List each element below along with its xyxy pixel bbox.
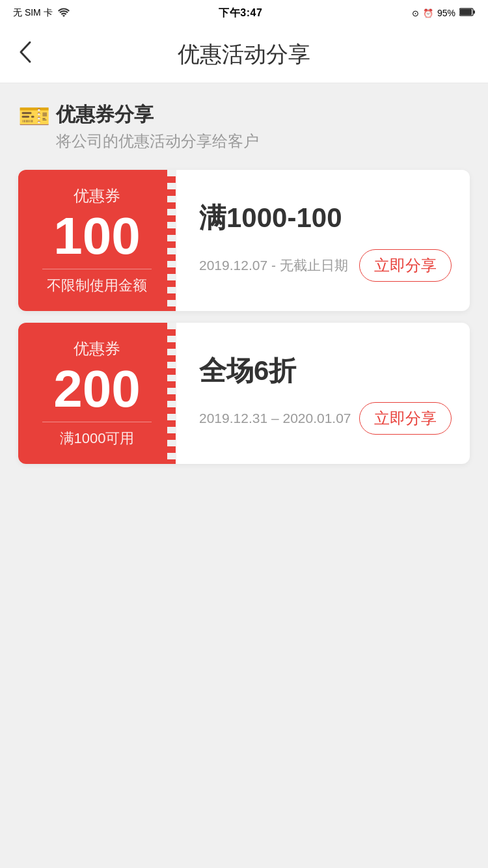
section-header: 🎫 优惠券分享 将公司的优惠活动分享给客户	[0, 83, 488, 161]
battery-icon	[459, 8, 475, 18]
coupon-meta-2: 2019.12.31 – 2020.01.07 立即分享	[199, 402, 452, 435]
wifi-icon	[58, 8, 70, 19]
section-text-block: 优惠券分享 将公司的优惠活动分享给客户	[56, 102, 259, 152]
coupon-meta-1: 2019.12.07 - 无截止日期 立即分享	[199, 249, 452, 282]
battery-text: 95%	[437, 8, 455, 18]
coupon-title-2: 全场6折	[199, 353, 452, 389]
section-subtext: 将公司的优惠活动分享给客户	[56, 131, 259, 152]
coupon-list: 优惠券 100 不限制使用金额 满1000-100 2019.12.07 - 无…	[0, 161, 488, 482]
page-title: 优惠活动分享	[178, 40, 310, 70]
location-icon: ⊙	[412, 8, 419, 18]
coupon-amount-2: 200	[53, 363, 140, 415]
coupon-left-1: 优惠券 100 不限制使用金额	[18, 170, 176, 311]
alarm-icon: ⏰	[423, 8, 433, 18]
coupon-card-1: 优惠券 100 不限制使用金额 满1000-100 2019.12.07 - 无…	[18, 170, 470, 311]
nav-bar: 优惠活动分享	[0, 26, 488, 83]
section-heading: 优惠券分享	[56, 102, 259, 128]
coupon-section-icon: 🎫	[18, 102, 47, 130]
status-bar: 无 SIM 卡 下午3:47 ⊙ ⏰ 95%	[0, 0, 488, 26]
back-button[interactable]	[18, 40, 33, 69]
coupon-right-2: 全场6折 2019.12.31 – 2020.01.07 立即分享	[176, 323, 470, 464]
coupon-title-1: 满1000-100	[199, 200, 452, 236]
coupon-card-2: 优惠券 200 满1000可用 全场6折 2019.12.31 – 2020.0…	[18, 323, 470, 464]
svg-rect-1	[473, 10, 475, 14]
bottom-area	[0, 482, 488, 847]
share-button-1[interactable]: 立即分享	[359, 249, 452, 282]
coupon-condition-2: 满1000可用	[60, 429, 135, 448]
share-button-2[interactable]: 立即分享	[359, 402, 452, 435]
coupon-right-1: 满1000-100 2019.12.07 - 无截止日期 立即分享	[176, 170, 470, 311]
svg-rect-2	[460, 9, 472, 15]
coupon-date-1: 2019.12.07 - 无截止日期	[199, 256, 348, 275]
coupon-condition-1: 不限制使用金额	[47, 276, 147, 295]
coupon-divider-2	[42, 422, 152, 422]
status-left: 无 SIM 卡	[13, 7, 70, 19]
coupon-label-1: 优惠券	[74, 185, 120, 206]
coupon-left-2: 优惠券 200 满1000可用	[18, 323, 176, 464]
coupon-amount-1: 100	[53, 210, 140, 262]
coupon-date-2: 2019.12.31 – 2020.01.07	[199, 411, 351, 426]
status-right: ⊙ ⏰ 95%	[412, 8, 475, 18]
time-display: 下午3:47	[219, 7, 262, 20]
coupon-divider-1	[42, 269, 152, 269]
coupon-label-2: 优惠券	[74, 338, 120, 359]
carrier-text: 无 SIM 卡	[13, 7, 53, 19]
